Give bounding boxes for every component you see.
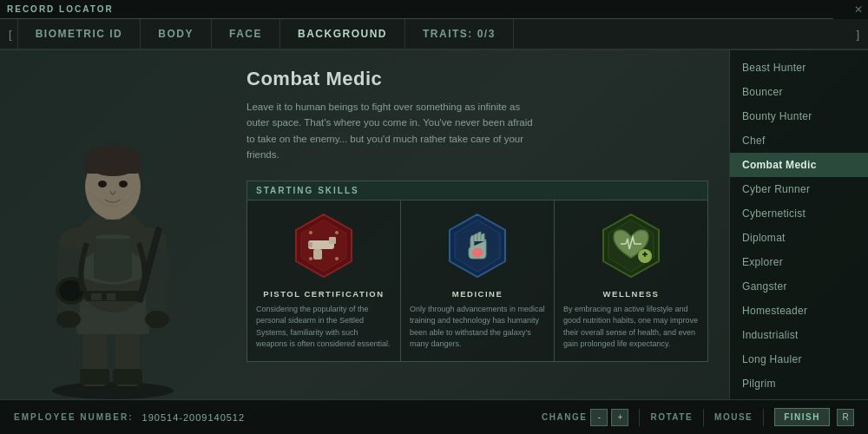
tab-background[interactable]: BACKGROUND — [280, 19, 405, 49]
skill-card-medicine: MEDICINE Only through advancements in me… — [401, 201, 555, 361]
divider-2 — [703, 409, 704, 426]
sidebar-item-cyber-runner[interactable]: Cyber Runner — [730, 177, 868, 201]
employee-number: 190514-2009140512 — [142, 412, 246, 423]
svg-rect-44 — [644, 252, 646, 257]
bottom-buttons: CHANGE - + ROTATE MOUSE FINISH R — [542, 408, 854, 426]
mouse-btn-group: MOUSE — [714, 412, 753, 422]
skill-desc-medicine: Only through advancements in medical tra… — [410, 304, 545, 351]
skill-desc-pistol: Considering the popularity of the person… — [256, 304, 391, 351]
skill-name-pistol: PISTOL CERTIFICATION — [256, 289, 391, 299]
svg-point-12 — [145, 311, 169, 328]
skills-grid: PISTOL CERTIFICATION Considering the pop… — [247, 201, 707, 361]
mouse-label: MOUSE — [714, 412, 753, 422]
sidebar-item-homesteader[interactable]: Homesteader — [730, 299, 868, 323]
change-plus-button[interactable]: + — [611, 409, 628, 426]
svg-rect-34 — [308, 242, 312, 247]
divider-3 — [763, 409, 764, 426]
tab-body[interactable]: BODY — [141, 19, 212, 49]
sidebar-item-bouncer[interactable]: Bouncer — [730, 80, 868, 104]
content-area: Combat Medic Leave it to human beings to… — [226, 50, 729, 399]
change-btn-group: CHANGE - + — [542, 409, 628, 426]
employee-label: EMPLOYEE NUMBER: — [14, 412, 134, 422]
svg-rect-23 — [107, 293, 115, 300]
svg-rect-32 — [329, 237, 336, 244]
employee-section: EMPLOYEE NUMBER: 190514-2009140512 — [14, 412, 245, 423]
rotate-btn-group: ROTATE — [650, 412, 693, 422]
skills-header: STARTING SKILLS — [247, 181, 707, 201]
close-icon[interactable]: ✕ — [854, 3, 863, 16]
svg-rect-38 — [472, 250, 483, 255]
left-bracket[interactable]: [ — [3, 28, 17, 41]
top-bar: RECORD LOCATOR — [0, 0, 868, 19]
skill-card-pistol: PISTOL CERTIFICATION Considering the pop… — [247, 201, 401, 361]
finish-key-button[interactable]: R — [837, 409, 854, 426]
background-description: Leave it to human beings to fight over s… — [247, 99, 542, 163]
skill-icon-medicine-wrap — [443, 211, 512, 280]
sidebar-item-explorer[interactable]: Explorer — [730, 250, 868, 274]
sidebar-item-cyberneticist[interactable]: Cyberneticist — [730, 201, 868, 226]
bottom-bar: EMPLOYEE NUMBER: 190514-2009140512 CHANG… — [0, 399, 868, 434]
svg-rect-4 — [113, 369, 142, 385]
skill-name-medicine: MEDICINE — [410, 289, 545, 299]
background-title: Combat Medic — [247, 68, 708, 90]
skills-section: STARTING SKILLS — [247, 181, 708, 362]
sidebar-item-industrialist[interactable]: Industrialist — [730, 323, 868, 347]
right-bracket[interactable]: ] — [851, 28, 865, 41]
svg-rect-33 — [313, 249, 322, 260]
sidebar-item-chef[interactable]: Chef — [730, 128, 868, 153]
tab-biometric[interactable]: BIOMETRIC ID — [17, 19, 141, 49]
svg-rect-16 — [85, 156, 141, 174]
change-minus-button[interactable]: - — [590, 409, 608, 426]
sidebar-item-pilgrim[interactable]: Pilgrim — [730, 372, 868, 396]
svg-point-17 — [98, 181, 107, 187]
change-label: CHANGE — [542, 412, 587, 422]
sidebar-item-bounty-hunter[interactable]: Bounty Hunter — [730, 104, 868, 128]
sidebar-item-professor[interactable]: Professor — [730, 396, 868, 399]
svg-point-28 — [335, 231, 339, 234]
svg-point-11 — [56, 311, 81, 328]
character-figure — [17, 104, 208, 399]
skill-name-wellness: WELLNESS — [563, 289, 699, 299]
nav-tabs: [ BIOMETRIC ID BODY FACE BACKGROUND TRAI… — [0, 19, 868, 50]
rotate-label: ROTATE — [650, 412, 693, 422]
skill-card-wellness: WELLNESS By embracing an active lifestyl… — [555, 201, 707, 361]
sidebar-item-combat-medic[interactable]: Combat Medic — [730, 153, 868, 177]
skill-desc-wellness: By embracing an active lifestyle and goo… — [563, 304, 699, 351]
character-portrait-area — [0, 50, 226, 399]
corner-decor: ✕ — [833, 0, 868, 19]
svg-point-18 — [119, 181, 128, 187]
tab-traits[interactable]: TRAITS: 0/3 — [405, 19, 514, 49]
record-locator-label: RECORD LOCATOR — [7, 4, 114, 14]
svg-rect-3 — [80, 369, 109, 385]
sidebar-item-gangster[interactable]: Gangster — [730, 274, 868, 299]
svg-rect-22 — [91, 293, 102, 300]
skill-icon-pistol-wrap — [289, 211, 358, 280]
svg-point-29 — [309, 257, 312, 260]
sidebar-item-long-hauler[interactable]: Long Hauler — [730, 347, 868, 372]
tab-face[interactable]: FACE — [212, 19, 280, 49]
svg-point-27 — [309, 231, 312, 234]
sidebar-item-beast-hunter[interactable]: Beast Hunter — [730, 56, 868, 80]
background-sidebar: Beast Hunter Bouncer Bounty Hunter Chef … — [729, 50, 868, 399]
divider-1 — [639, 409, 640, 426]
sidebar-item-diplomat[interactable]: Diplomat — [730, 226, 868, 250]
svg-point-0 — [52, 382, 174, 399]
main-area: Combat Medic Leave it to human beings to… — [0, 50, 868, 399]
svg-point-30 — [335, 257, 339, 260]
finish-button[interactable]: FINISH — [774, 408, 830, 426]
skill-icon-wellness-wrap — [596, 211, 666, 280]
